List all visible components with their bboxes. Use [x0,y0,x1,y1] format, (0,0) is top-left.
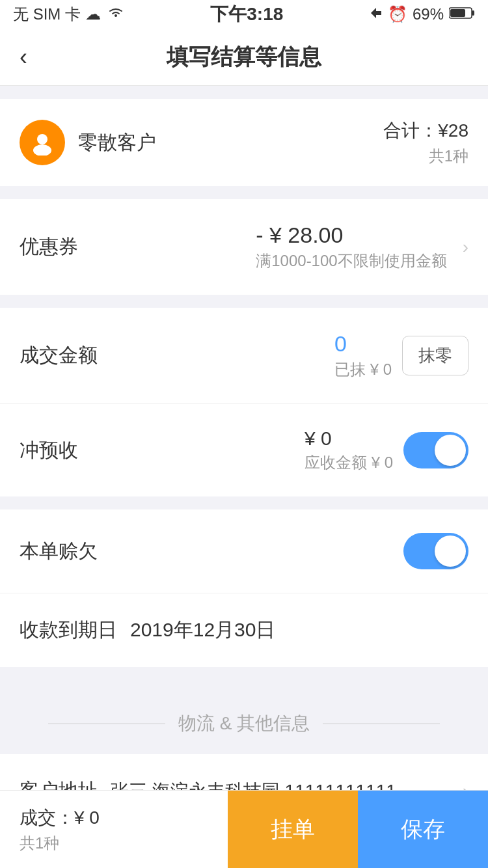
prepay-label: 冲预收 [20,437,78,464]
back-button[interactable]: ‹ [20,44,27,71]
transaction-section: 成交金额 0 已抹 ¥ 0 抹零 冲预收 ¥ 0 应收金额 ¥ 0 [0,308,488,496]
status-left: 无 SIM 卡 ☁ [13,4,124,25]
bottom-deal: 成交：¥ 0 [20,806,208,830]
divider-4 [0,667,488,680]
nav-bar: ‹ 填写结算等信息 [0,29,488,86]
due-date-value: 2019年12月30日 [130,617,275,644]
already-deducted: 已抹 ¥ 0 [334,359,392,380]
toggle-knob [435,435,466,466]
svg-rect-2 [472,10,474,16]
credit-section: 本单赊欠 收款到期日 2019年12月30日 [0,509,488,667]
customer-count: 共1种 [383,146,468,167]
sim-label: 无 SIM 卡 ☁ [13,4,101,25]
deal-amount-row: 成交金额 0 已抹 ¥ 0 抹零 [0,308,488,404]
location-icon [370,5,383,23]
logistics-line-left [48,724,165,724]
status-time: 下午3:18 [210,2,283,27]
prepay-sub: 应收金额 ¥ 0 [305,452,393,473]
customer-name: 零散客户 [78,129,156,156]
deal-amount-value: 0 [334,331,392,357]
logistics-divider: 物流 & 其他信息 [0,711,488,736]
customer-section: 零散客户 合计：¥28 共1种 [0,99,488,186]
prepay-value: ¥ 0 [305,427,393,450]
customer-info: 零散客户 [20,120,156,165]
battery-label: 69% [413,5,444,23]
coupon-arrow-icon: › [463,237,468,258]
credit-row: 本单赊欠 [0,509,488,593]
customer-total-block: 合计：¥28 共1种 [383,118,468,167]
page-title: 填写结算等信息 [167,42,321,72]
logistics-label: 物流 & 其他信息 [178,711,310,736]
bottom-bar: 成交：¥ 0 共1种 挂单 保存 [0,790,488,868]
prepay-toggle[interactable] [403,432,468,468]
round-button[interactable]: 抹零 [402,336,468,375]
battery-icon [449,5,475,23]
prepay-row: 冲预收 ¥ 0 应收金额 ¥ 0 [0,404,488,496]
credit-toggle-knob [435,536,466,567]
bottom-count: 共1种 [20,833,208,854]
save-button[interactable]: 保存 [358,791,488,869]
credit-toggle[interactable] [403,533,468,569]
prepay-right: ¥ 0 应收金额 ¥ 0 [305,427,468,473]
divider-1 [0,186,488,199]
svg-point-5 [33,144,51,156]
coupon-right: - ¥ 28.00 满1000-100不限制使用金额 › [256,223,468,271]
logistics-section: 物流 & 其他信息 [0,693,488,754]
coupon-label: 优惠券 [20,234,78,260]
status-right: ⏰ 69% [370,5,475,23]
coupon-section: 优惠券 - ¥ 28.00 满1000-100不限制使用金额 › [0,199,488,295]
customer-total: 合计：¥28 [383,118,468,143]
bottom-info: 成交：¥ 0 共1种 [0,806,228,854]
bottom-deal-label: 成交： [20,807,74,828]
hold-button[interactable]: 挂单 [228,791,358,869]
coupon-row[interactable]: 优惠券 - ¥ 28.00 满1000-100不限制使用金额 › [0,199,488,295]
svg-rect-3 [450,9,465,17]
credit-label: 本单赊欠 [20,538,98,565]
svg-point-4 [37,134,47,144]
coupon-discount: - ¥ 28.00 [256,223,446,248]
deal-amount-label: 成交金额 [20,342,98,369]
status-bar: 无 SIM 卡 ☁ 下午3:18 ⏰ 69% [0,0,488,29]
deal-amount-right: 0 已抹 ¥ 0 抹零 [334,331,468,380]
alarm-icon: ⏰ [388,5,407,23]
due-date-row: 收款到期日 2019年12月30日 [0,593,488,667]
customer-avatar [20,120,65,165]
wifi-icon [107,5,124,23]
logistics-line-right [323,724,440,724]
divider-2 [0,295,488,308]
bottom-deal-value: ¥ 0 [74,807,100,828]
due-date-label: 收款到期日 [20,617,117,644]
coupon-sub: 满1000-100不限制使用金额 [256,251,446,271]
divider-3 [0,496,488,509]
svg-marker-0 [371,8,381,18]
